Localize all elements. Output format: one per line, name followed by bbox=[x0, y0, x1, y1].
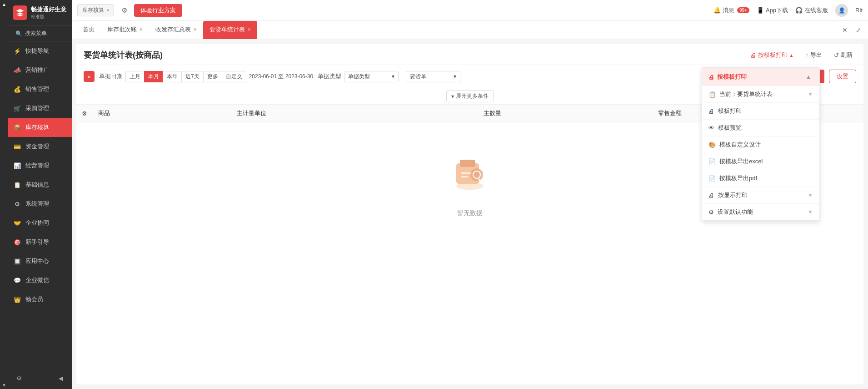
wechat-icon: 💬 bbox=[13, 276, 22, 285]
date-btn-this-year[interactable]: 本年 bbox=[163, 71, 181, 82]
notifications-btn[interactable]: 🔔 消息 99+ bbox=[713, 6, 749, 15]
sidebar-logo: 畅捷通好生意 标准版 bbox=[8, 0, 72, 26]
topbar-gear-btn[interactable]: ⚙ bbox=[118, 4, 130, 17]
dropdown-template-design[interactable]: 🎨 模板自定义设计 bbox=[702, 136, 819, 153]
window-close-btn[interactable]: ✕ bbox=[840, 25, 850, 35]
filter-category-section: 要货单 ▾ bbox=[403, 71, 460, 82]
date-btn-more[interactable]: 更多 bbox=[203, 71, 222, 82]
empty-icon bbox=[447, 150, 493, 202]
purchase-icon: 🛒 bbox=[13, 104, 22, 113]
basic-info-icon: 📋 bbox=[13, 180, 22, 189]
settings-footer-btn[interactable]: ⚙ bbox=[13, 372, 25, 384]
tab-order-stats[interactable]: 要货单统计表 × bbox=[203, 21, 257, 39]
current-template-icon: 📋 bbox=[708, 91, 716, 98]
scroll-up-arrow[interactable]: ▲ bbox=[0, 0, 8, 8]
sidebar-item-finance[interactable]: 💳 资金管理 bbox=[8, 137, 72, 156]
dropdown-template-print[interactable]: 🖨 模板打印 bbox=[702, 103, 819, 120]
tab-close-batch-account[interactable]: × bbox=[140, 26, 143, 33]
order-type-select[interactable]: 单据类型 ▾ bbox=[344, 71, 399, 82]
date-range-display: 2023-06-01 至 2023-06-30 bbox=[249, 73, 313, 81]
export-btn[interactable]: ↑ 导出 bbox=[802, 49, 826, 61]
trial-btn[interactable]: 体验行业方案 bbox=[134, 4, 182, 17]
sidebar: 畅捷通好生意 标准版 🔍 搜索菜单 ⚡ 快捷导航 📣 营销推广 💰 销售管理 🛒… bbox=[8, 0, 72, 389]
logo-icon bbox=[13, 5, 27, 20]
sidebar-item-operations[interactable]: 📊 经营管理 bbox=[8, 156, 72, 175]
sidebar-nav: ⚡ 快捷导航 📣 营销推广 💰 销售管理 🛒 采购管理 📦 库存核算 💳 资金管… bbox=[8, 41, 72, 367]
export-excel-icon: 📄 bbox=[708, 158, 716, 165]
date-btn-last-month[interactable]: 上月 bbox=[125, 71, 144, 82]
app-center-icon: 🔲 bbox=[13, 257, 22, 266]
tab-window-controls: ✕ ⤢ bbox=[840, 25, 863, 35]
sidebar-item-system[interactable]: ⚙ 系统管理 bbox=[8, 194, 72, 213]
dropdown-display-print[interactable]: 🖨 按显示打印 ▼ bbox=[702, 187, 819, 204]
refresh-btn[interactable]: ↺ 刷新 bbox=[830, 49, 856, 61]
dropdown-close-btn[interactable]: ▲ bbox=[804, 72, 813, 81]
tab-home[interactable]: 首页 bbox=[76, 21, 101, 39]
sidebar-item-app-center[interactable]: 🔲 应用中心 bbox=[8, 252, 72, 271]
table-settings-icon[interactable]: ⚙ bbox=[82, 110, 87, 117]
quick-nav-icon: ⚡ bbox=[13, 46, 22, 56]
scroll-down-arrow[interactable]: ▼ bbox=[0, 381, 8, 389]
date-btn-custom[interactable]: 自定义 bbox=[222, 71, 246, 82]
expand-more-btn[interactable]: ▾ 展开更多条件 bbox=[446, 90, 494, 102]
dropdown-set-default[interactable]: ⚙ 设置默认功能 ▼ bbox=[702, 204, 819, 220]
print-btn[interactable]: 🖨 按模板打印 ▲ bbox=[747, 49, 798, 61]
dropdown-header: 🖨 按模板打印 ▲ bbox=[702, 68, 819, 86]
date-btn-this-month[interactable]: 本月 bbox=[144, 71, 163, 82]
svg-rect-2 bbox=[460, 160, 475, 167]
order-type-label: 单据类型 bbox=[318, 72, 341, 81]
breadcrumb[interactable]: 库存核算 ▾ bbox=[77, 4, 114, 16]
set-default-icon: ⚙ bbox=[708, 209, 714, 216]
page-header: 要货单统计表(按商品) 🖨 按模板打印 ▲ ↑ 导出 ↺ 刷新 bbox=[76, 44, 863, 65]
finance-icon: 💳 bbox=[13, 142, 22, 151]
collapse-footer-btn[interactable]: ◀ bbox=[55, 372, 67, 384]
search-icon: 🔍 bbox=[15, 30, 22, 37]
username-label[interactable]: Rit bbox=[855, 7, 863, 14]
topbar-right: 🔔 消息 99+ 📱 App下载 🎧 在线客服 👤 Rit bbox=[713, 4, 863, 17]
order-category-select[interactable]: 要货单 ▾ bbox=[406, 71, 460, 82]
member-icon: 👑 bbox=[13, 295, 22, 304]
setting-btn[interactable]: 设置 bbox=[829, 70, 856, 83]
sidebar-item-newbie[interactable]: 🎯 新手引导 bbox=[8, 232, 72, 252]
dropdown-export-excel[interactable]: 📄 按模板导出excel bbox=[702, 153, 819, 170]
filter-collapse-btn[interactable]: » bbox=[84, 71, 95, 82]
app-download-btn[interactable]: 📱 App下载 bbox=[757, 6, 788, 15]
sidebar-search[interactable]: 🔍 搜索菜单 bbox=[8, 26, 72, 41]
sidebar-item-member[interactable]: 👑 畅会员 bbox=[8, 290, 72, 309]
sidebar-item-marketing[interactable]: 📣 营销推广 bbox=[8, 61, 72, 80]
page-title: 要货单统计表(按商品) bbox=[84, 50, 747, 61]
sidebar-item-purchase[interactable]: 🛒 采购管理 bbox=[8, 99, 72, 118]
dropdown-export-pdf[interactable]: 📄 按模板导出pdf bbox=[702, 170, 819, 187]
window-maximize-btn[interactable]: ⤢ bbox=[853, 25, 863, 35]
sidebar-item-basic-info[interactable]: 📋 基础信息 bbox=[8, 175, 72, 194]
tabbar: 首页 库存批次账 × 收发存汇总表 × 要货单统计表 × ✕ ⤢ bbox=[72, 21, 868, 39]
avatar-image: 👤 bbox=[838, 7, 845, 14]
tab-close-order-stats[interactable]: × bbox=[248, 26, 251, 33]
svg-rect-7 bbox=[461, 176, 468, 177]
template-preview-icon: 👁 bbox=[708, 125, 714, 131]
sidebar-item-sales[interactable]: 💰 销售管理 bbox=[8, 80, 72, 99]
expand-icon: ▾ bbox=[451, 93, 454, 100]
user-avatar[interactable]: 👤 bbox=[835, 4, 848, 17]
tab-collection-summary[interactable]: 收发存汇总表 × bbox=[149, 21, 203, 39]
sidebar-item-inventory[interactable]: 📦 库存核算 bbox=[8, 118, 72, 137]
export-pdf-icon: 📄 bbox=[708, 175, 716, 182]
print-dropdown: 🖨 按模板打印 ▲ 📋 当前：要货单统计表 ▼ bbox=[702, 67, 820, 221]
date-btn-7days[interactable]: 近7天 bbox=[181, 71, 203, 82]
print-chevron-up-icon: ▲ bbox=[789, 53, 794, 58]
tab-close-collection-summary[interactable]: × bbox=[194, 26, 197, 33]
marketing-icon: 📣 bbox=[13, 66, 22, 75]
sidebar-item-quick-nav[interactable]: ⚡ 快捷导航 bbox=[8, 41, 72, 61]
operations-icon: 📊 bbox=[13, 161, 22, 170]
printer-icon: 🖨 bbox=[750, 52, 756, 59]
sidebar-item-wechat[interactable]: 💬 企业微信 bbox=[8, 271, 72, 290]
dropdown-current[interactable]: 📋 当前：要货单统计表 ▼ bbox=[702, 86, 819, 103]
sidebar-item-enterprise[interactable]: 🤝 企业协同 bbox=[8, 213, 72, 232]
online-support-btn[interactable]: 🎧 在线客服 bbox=[795, 6, 828, 15]
svg-rect-6 bbox=[461, 172, 471, 174]
dropdown-template-preview[interactable]: 👁 模板预览 bbox=[702, 120, 819, 136]
date-filter-label: 单据日期 bbox=[99, 72, 123, 81]
logo-text: 畅捷通好生意 标准版 bbox=[31, 5, 66, 20]
tab-batch-account[interactable]: 库存批次账 × bbox=[101, 21, 149, 39]
main-area: 库存核算 ▾ ⚙ 体验行业方案 🔔 消息 99+ 📱 App下载 🎧 在线客服 … bbox=[72, 0, 868, 389]
